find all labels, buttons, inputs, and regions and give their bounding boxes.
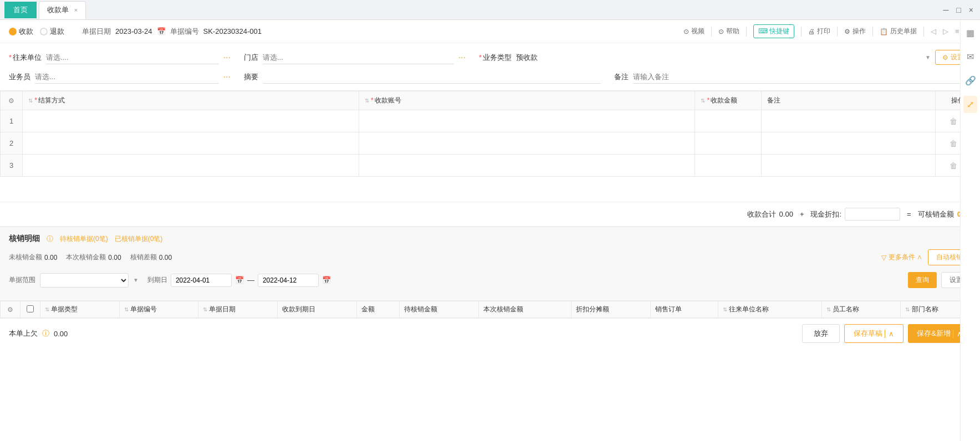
col-remarks: 备注 <box>762 91 936 110</box>
total-value: 0.00 <box>779 210 793 218</box>
store-input[interactable] <box>263 51 454 64</box>
remarks-field: 备注 <box>614 70 971 84</box>
row-remarks-1[interactable] <box>762 110 936 132</box>
due-date-from[interactable] <box>171 274 232 287</box>
writeoff-info-icon[interactable]: ⓘ <box>47 234 53 244</box>
receipt-amount-1[interactable] <box>695 110 762 132</box>
shortcut-button[interactable]: ⌨ 快捷键 <box>753 24 794 38</box>
video-action[interactable]: ⊙ 视频 <box>683 27 705 36</box>
help-action[interactable]: ⊙ 帮助 <box>718 27 739 36</box>
divider-6 <box>923 27 924 37</box>
maximize-icon[interactable]: □ <box>954 4 963 16</box>
current-writeoff-value: 0.00 <box>108 254 121 261</box>
close-window-icon[interactable]: × <box>967 4 976 16</box>
divider-1 <box>711 27 712 37</box>
writeoff-filter: 单据范围 ▼ 到期日 📅 — 📅 查询 设置 <box>9 272 971 288</box>
pending-tab-link[interactable]: 待核销单据(0笔) <box>60 234 108 244</box>
nav-prev-icon[interactable]: ◁ <box>931 27 936 35</box>
receipt-account-2[interactable] <box>359 132 695 155</box>
receipt-amount-3[interactable] <box>695 155 762 177</box>
biz-type-label: 业务类型 <box>479 53 512 63</box>
radio-receipt-label: 收款 <box>19 27 33 37</box>
layout-list-icon[interactable]: ≡ <box>955 27 959 35</box>
table-settings-icon[interactable]: ⚙ <box>8 97 14 105</box>
calendar-to-icon[interactable]: 📅 <box>322 276 331 284</box>
divider-4 <box>837 27 838 37</box>
discount-input[interactable] <box>845 208 900 221</box>
filter-icon: ▽ <box>881 254 886 261</box>
receipt-account-3[interactable] <box>359 155 695 177</box>
store-more-icon[interactable]: ··· <box>458 53 466 63</box>
abandon-button[interactable]: 放弃 <box>802 324 840 343</box>
salesperson-more-icon[interactable]: ··· <box>223 72 231 82</box>
settle-method-2[interactable] <box>23 132 359 155</box>
divider-2 <box>746 27 747 37</box>
sidebar-expand-icon[interactable]: ⤢ <box>963 96 977 113</box>
operation-icon: ⚙ <box>844 28 850 35</box>
history-action[interactable]: 📋 历史单据 <box>880 27 917 36</box>
uncancelled-amount: 未核销金额 0.00 <box>9 253 57 262</box>
delete-icon-3[interactable]: 🗑 <box>950 161 957 170</box>
receipt-amount-2[interactable] <box>695 132 762 155</box>
current-order-info-icon[interactable]: ⓘ <box>42 329 49 339</box>
col-receipt-amount: ⇅ *收款金额 <box>695 91 762 110</box>
biz-type-arrow[interactable]: ▼ <box>925 54 931 60</box>
salesperson-label: 业务员 <box>9 72 30 82</box>
biz-type-field: 业务类型 预收款 ▼ ⚙ 设置 <box>479 50 971 65</box>
store-label: 门店 <box>244 53 258 63</box>
print-action[interactable]: 🖨 打印 <box>808 27 830 36</box>
more-conditions-btn[interactable]: ▽ 更多条件 ∧ <box>881 253 922 262</box>
save-draft-arrow[interactable]: ∧ <box>885 330 894 338</box>
delete-icon-1[interactable]: 🗑 <box>950 117 957 126</box>
tab-receipt[interactable]: 收款单 × <box>39 1 86 19</box>
minimize-icon[interactable]: ─ <box>941 4 951 16</box>
bottom-table-settings-icon[interactable]: ⚙ <box>7 306 13 314</box>
query-button[interactable]: 查询 <box>908 272 937 288</box>
doc-range-select[interactable] <box>40 273 129 288</box>
radio-refund-dot <box>40 28 48 35</box>
writeoff-stats: 未核销金额 0.00 本次核销金额 0.00 核销差额 0.00 ▽ 更多条件 … <box>9 249 971 265</box>
radio-receipt-dot <box>9 28 17 35</box>
row-remarks-3[interactable] <box>762 155 936 177</box>
settle-method-3[interactable] <box>23 155 359 177</box>
col-staff-name: ⇅ 员工名称 <box>821 301 901 318</box>
doc-range-chevron[interactable]: ▼ <box>133 277 139 283</box>
sidebar-email-icon[interactable]: ✉ <box>963 48 977 65</box>
tab-close-icon[interactable]: × <box>74 7 78 13</box>
salesperson-input[interactable] <box>35 70 219 84</box>
tab-home[interactable]: 首页 <box>4 2 37 18</box>
calendar-from-icon[interactable]: 📅 <box>235 276 244 284</box>
radio-refund[interactable]: 退款 <box>40 27 64 37</box>
form-row-2: 业务员 ··· 摘要 备注 <box>9 70 971 84</box>
nav-next-icon[interactable]: ▷ <box>943 27 948 35</box>
select-all-checkbox[interactable] <box>27 305 34 312</box>
writeoff-title: 核销明细 <box>9 234 40 244</box>
settle-method-1[interactable] <box>23 110 359 132</box>
remarks-input[interactable] <box>633 70 971 84</box>
save-draft-button[interactable]: 保存草稿 ∧ <box>844 324 904 343</box>
doc-range-label: 单据范围 <box>9 275 35 285</box>
sidebar-link-icon[interactable]: 🔗 <box>962 72 979 89</box>
summary-row: 收款合计 0.00 + 现金折扣: = 可核销金额 0.00 <box>0 202 980 226</box>
window-controls: ─ □ × <box>941 4 976 16</box>
doc-num-label: 单据编号 <box>170 27 199 37</box>
row-remarks-2[interactable] <box>762 132 936 155</box>
sidebar-table-icon[interactable]: ▦ <box>963 24 978 42</box>
history-icon: 📋 <box>880 28 888 35</box>
col-doc-date: ⇅ 单据日期 <box>198 301 278 318</box>
doc-num-value: SK-20230324-001 <box>203 27 262 35</box>
toolbar-actions: ⊙ 视频 ⊙ 帮助 ⌨ 快捷键 🖨 打印 ⚙ 操作 📋 历 <box>683 24 971 38</box>
settings-gear-icon: ⚙ <box>942 54 948 61</box>
counterparty-more-icon[interactable]: ··· <box>223 53 231 63</box>
completed-tab-link[interactable]: 已核销单据(0笔) <box>115 234 163 244</box>
radio-receipt[interactable]: 收款 <box>9 27 33 37</box>
receipt-account-1[interactable] <box>359 110 695 132</box>
summary-input[interactable] <box>263 70 601 84</box>
counterparty-input[interactable] <box>46 51 219 64</box>
col-amount: 金额 <box>357 301 400 318</box>
discount-item: 现金折扣: <box>810 208 900 221</box>
calendar-icon[interactable]: 📅 <box>157 27 166 35</box>
operation-action[interactable]: ⚙ 操作 <box>844 27 866 36</box>
delete-icon-2[interactable]: 🗑 <box>950 139 957 148</box>
due-date-to[interactable] <box>258 274 319 287</box>
